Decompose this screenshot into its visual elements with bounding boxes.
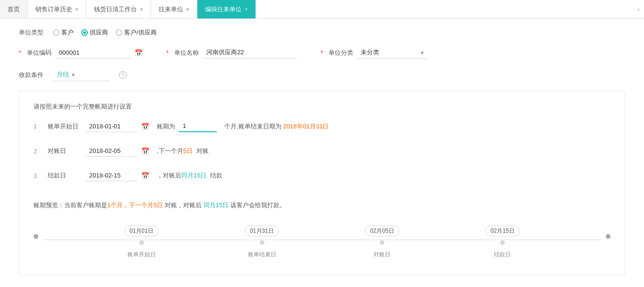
- tab-partner-close[interactable]: ×: [186, 6, 189, 13]
- unit-cat-chevron: ▾: [421, 49, 424, 56]
- main-content: 单位类型 客户 供应商 客户/供应商 * 单位编码 📅 * 单位名称: [0, 19, 644, 287]
- billing-row-3: 3 结款日 📅 ，对账后 同月15日 结款: [34, 170, 610, 181]
- unit-code-label: 单位编码: [27, 49, 51, 57]
- tab-sales-order-history[interactable]: 销售订单历史 ×: [28, 0, 86, 18]
- tab-edit-partner[interactable]: 编辑往来单位 ×: [197, 0, 256, 18]
- unit-code-input[interactable]: [55, 47, 131, 59]
- radio-customer[interactable]: 客户: [53, 28, 74, 37]
- start-date-calendar-icon[interactable]: 📅: [141, 123, 149, 130]
- unit-name-label: 单位名称: [174, 49, 199, 57]
- timeline-date-1: 01月31日: [245, 226, 279, 236]
- timeline-point-2: 02月05日 对账日: [365, 226, 399, 259]
- radio-customer-label: 客户: [61, 28, 74, 37]
- tab-cash-label: 钱货日清工作台: [94, 5, 137, 14]
- unit-name-input[interactable]: [203, 47, 297, 59]
- tab-cash-goods[interactable]: 钱货日清工作台 ×: [86, 0, 151, 18]
- unit-info-row: * 单位编码 📅 * 单位名称 * 单位分类 未分类 ▾: [19, 46, 625, 59]
- timeline-date-2: 02月05日: [365, 226, 399, 236]
- start-date-input[interactable]: [85, 121, 137, 132]
- tab-sales-close[interactable]: ×: [75, 6, 78, 13]
- payment-suffix: 结款: [210, 171, 222, 180]
- unit-name-required: *: [166, 49, 169, 56]
- period-input[interactable]: [179, 120, 217, 132]
- timeline-end-dot: [606, 226, 610, 259]
- dot-0: [139, 240, 144, 245]
- timeline-start-dot: [34, 226, 38, 259]
- unit-type-row: 单位类型 客户 供应商 客户/供应商: [19, 28, 625, 37]
- tab-edit-close[interactable]: ×: [245, 6, 248, 13]
- end-date-highlight: 2018年01月31日: [283, 122, 329, 131]
- timeline-point-0: 01月01日 账单开始日: [124, 226, 159, 259]
- tab-cash-close[interactable]: ×: [140, 6, 143, 13]
- radio-cs-label: 客户/供应商: [124, 28, 157, 37]
- unit-name-group: * 单位名称: [166, 47, 297, 59]
- preview-prefix: 账期预览：当前客户账期是: [34, 201, 107, 210]
- dot-end: [606, 234, 610, 239]
- timeline-label-1: 账单结束日: [248, 251, 276, 259]
- radio-supplier-circle: [81, 29, 88, 36]
- timeline: 01月01日 账单开始日 01月31日 账单结束日 02月05日 对账日 02月…: [34, 216, 610, 263]
- row-label-1: 账单开始日: [48, 122, 85, 131]
- radio-supplier[interactable]: 供应商: [81, 28, 108, 37]
- row-label-3: 结款日: [48, 171, 85, 180]
- payment-terms-select[interactable]: 月结 ▾: [53, 68, 110, 81]
- timeline-label-2: 对账日: [373, 251, 390, 259]
- billing-card: 请按照未来的一个完整帐期进行设置 1 账单开始日 📅 账期为 个月,账单结束日期…: [19, 91, 625, 275]
- billing-row-2: 2 对账日 📅 ,下一个月 5日 对账: [34, 145, 610, 157]
- unit-type-label: 单位类型: [19, 28, 43, 37]
- dot-1: [260, 240, 264, 245]
- dot-2: [380, 240, 384, 245]
- reconcile-suffix: 对账: [196, 147, 209, 155]
- unit-category-group: * 单位分类 未分类 ▾: [321, 46, 428, 59]
- row-num-2: 2: [34, 148, 48, 155]
- row-label-2: 对账日: [48, 147, 85, 155]
- account-preview: 账期预览：当前客户账期是 1个月， 下一个月5日 对账，对账后 同月15日 该客…: [34, 194, 610, 216]
- period-label: 账期为: [157, 122, 175, 131]
- reconcile-desc-text: ,下一个月: [157, 147, 183, 155]
- radio-customer-circle: [53, 29, 59, 36]
- payment-date-input[interactable]: [85, 170, 137, 181]
- preview-part2: 下一个月5日: [129, 201, 163, 210]
- tab-partner[interactable]: 往来单位 ×: [151, 0, 197, 18]
- tab-home[interactable]: 首页: [0, 0, 28, 18]
- period-unit-text: 个月,账单结束日期为: [224, 122, 281, 131]
- payment-desc-text: ，对账后: [157, 171, 181, 180]
- payment-terms-value: 月结: [57, 70, 69, 79]
- timeline-point-3: 02月15日 结款日: [485, 226, 520, 259]
- timeline-date-0: 01月01日: [124, 226, 159, 236]
- timeline-points: 01月01日 账单开始日 01月31日 账单结束日 02月05日 对账日 02月…: [34, 226, 610, 259]
- unit-cat-required: *: [321, 49, 323, 56]
- preview-part3-val: 同月15日: [203, 201, 229, 210]
- preview-middle-text: 对账，对账后: [165, 201, 202, 210]
- tab-arrow[interactable]: ›: [633, 0, 644, 18]
- timeline-date-3: 02月15日: [485, 226, 520, 236]
- tab-sales-label: 销售订单历史: [35, 5, 72, 14]
- tab-bar: 首页 销售订单历史 × 钱货日清工作台 × 往来单位 × 编辑往来单位 × ›: [0, 0, 644, 19]
- unit-cat-select[interactable]: 未分类 ▾: [357, 46, 428, 59]
- payment-chevron-icon: ▾: [72, 71, 75, 78]
- tab-arrow-icon: ›: [637, 6, 639, 13]
- unit-code-required: *: [19, 49, 21, 56]
- billing-row-1: 1 账单开始日 📅 账期为 个月,账单结束日期为 2018年01月31日: [34, 120, 610, 132]
- reconcile-highlight: 5日: [183, 147, 193, 155]
- preview-part1: 1个月，: [107, 201, 129, 210]
- payment-terms-row: 收款条件 月结 ▾ ?: [19, 68, 625, 81]
- row-num-3: 3: [34, 172, 48, 179]
- radio-customer-supplier[interactable]: 客户/供应商: [116, 28, 157, 37]
- timeline-point-1: 01月31日 账单结束日: [245, 226, 279, 259]
- unit-code-group: * 单位编码 📅: [19, 47, 143, 59]
- unit-cat-value: 未分类: [361, 48, 379, 57]
- payment-terms-label: 收款条件: [19, 71, 43, 79]
- dot-3: [500, 240, 505, 245]
- reconcile-date-input[interactable]: [85, 145, 137, 157]
- payment-highlight: 同月15日: [181, 171, 206, 180]
- radio-cs-circle: [116, 29, 122, 36]
- payment-calendar-icon[interactable]: 📅: [141, 172, 149, 179]
- radio-supplier-label: 供应商: [90, 28, 108, 37]
- unit-cat-label: 单位分类: [329, 49, 353, 57]
- row-num-1: 1: [34, 123, 48, 130]
- help-icon[interactable]: ?: [119, 71, 127, 79]
- unit-code-icon[interactable]: 📅: [135, 49, 143, 57]
- timeline-label-0: 账单开始日: [127, 251, 156, 259]
- reconcile-calendar-icon[interactable]: 📅: [141, 147, 149, 155]
